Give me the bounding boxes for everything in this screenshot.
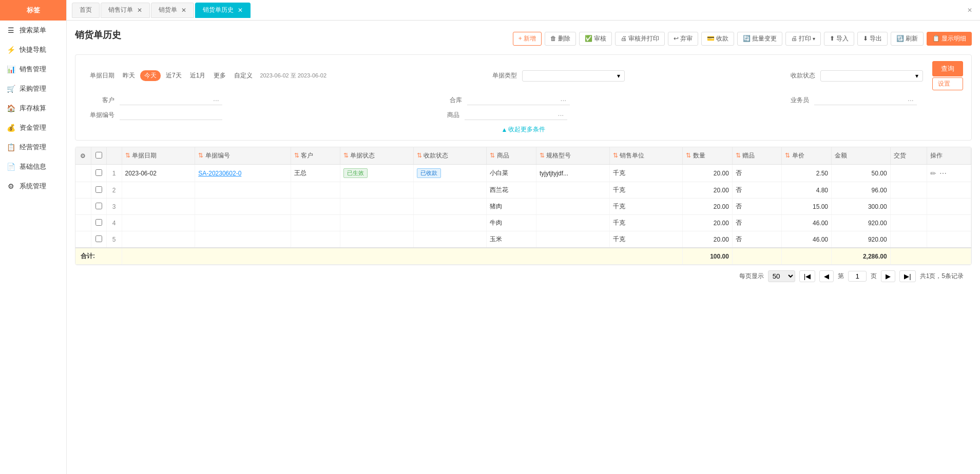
- row-doc-no[interactable]: [195, 231, 291, 248]
- business-dots[interactable]: ···: [908, 96, 914, 104]
- abandon-icon: ↩: [674, 35, 679, 42]
- tab-sales-history[interactable]: 销货单历史 ✕: [195, 3, 251, 18]
- col-pay-status[interactable]: ⇅ 收款状态: [413, 147, 487, 165]
- col-spec-type[interactable]: ⇅ 规格型号: [536, 147, 609, 165]
- col-settings[interactable]: ⚙: [75, 147, 91, 165]
- table-header-row: ⚙ ⇅ 单据日期 ⇅ 单据编号 ⇅ 客户 ⇅ 单据状态 ⇅ 收款状态 ⇅ 商品 …: [75, 147, 971, 165]
- select-all-checkbox[interactable]: [95, 152, 102, 159]
- tab-sales-goods-close[interactable]: ✕: [181, 7, 186, 14]
- page-body: 销货单历史 + 新增 🗑 删除 ✅ 审核 🖨 审核并打印: [67, 21, 980, 474]
- collect-button[interactable]: 💳 收款: [701, 32, 734, 46]
- row-quantity: 20.00: [683, 199, 733, 215]
- col-checkbox[interactable]: [91, 147, 106, 165]
- col-quantity[interactable]: ⇅ 数量: [683, 147, 733, 165]
- col-unit-price[interactable]: ⇅ 单价: [782, 147, 832, 165]
- row-settings: [75, 182, 91, 199]
- sidebar-item-basic-info[interactable]: 📄 基础信息: [0, 157, 66, 176]
- row-checkbox[interactable]: [91, 199, 106, 215]
- sidebar-item-finance-mgmt[interactable]: 💰 资金管理: [0, 118, 66, 137]
- col-doc-no[interactable]: ⇅ 单据编号: [195, 147, 291, 165]
- print-button[interactable]: 🖨 打印 ▾: [785, 32, 821, 46]
- row-checkbox[interactable]: [91, 231, 106, 248]
- row-select-checkbox[interactable]: [95, 203, 102, 209]
- basic-info-icon: 📄: [6, 162, 15, 171]
- show-detail-button[interactable]: 📋 显示明细: [927, 32, 972, 46]
- goods-input[interactable]: [465, 110, 557, 120]
- sales-icon: 📊: [6, 65, 15, 74]
- row-quantity: 20.00: [683, 182, 733, 199]
- date-tab-today[interactable]: 今天: [140, 70, 161, 81]
- edit-icon[interactable]: ✏: [930, 169, 936, 177]
- more-icon[interactable]: ⋯: [939, 169, 947, 177]
- abandon-button[interactable]: ↩ 弃审: [668, 32, 698, 46]
- window-close-btn[interactable]: ✕: [965, 5, 975, 15]
- sidebar-item-purchase-mgmt[interactable]: 🛒 采购管理: [0, 79, 66, 98]
- date-tab-1month[interactable]: 近1月: [187, 70, 209, 81]
- pay-status-select[interactable]: ▾: [820, 70, 923, 82]
- row-select-checkbox[interactable]: [95, 169, 102, 176]
- row-checkbox[interactable]: [91, 165, 106, 182]
- setting-button[interactable]: 设置: [932, 77, 963, 90]
- tab-sales-history-close[interactable]: ✕: [238, 7, 243, 14]
- col-doc-date[interactable]: ⇅ 单据日期: [122, 147, 195, 165]
- new-button[interactable]: + 新增: [513, 32, 542, 46]
- sidebar-item-search-menu[interactable]: ☰ 搜索菜单: [0, 21, 66, 40]
- date-tab-custom[interactable]: 自定义: [231, 70, 256, 81]
- prev-page-btn[interactable]: ◀: [819, 270, 834, 282]
- row-settings: [75, 231, 91, 248]
- row-doc-no[interactable]: SA-20230602-0: [195, 165, 291, 182]
- sidebar-item-quick-nav[interactable]: ⚡ 快捷导航: [0, 40, 66, 60]
- customer-input[interactable]: [120, 95, 212, 105]
- goods-dots[interactable]: ···: [558, 111, 564, 119]
- per-page-select[interactable]: 50 100 200: [768, 270, 795, 282]
- row-checkbox[interactable]: [91, 215, 106, 231]
- import-button[interactable]: ⬆ 导入: [824, 32, 854, 46]
- page-input[interactable]: [848, 271, 867, 282]
- warehouse-dots[interactable]: ···: [561, 96, 567, 104]
- batch-change-button[interactable]: 🔄 批量变更: [737, 32, 782, 46]
- query-button[interactable]: 查询: [932, 61, 963, 76]
- col-goods[interactable]: ⇅ 商品: [487, 147, 536, 165]
- warehouse-input[interactable]: [467, 95, 560, 105]
- business-input[interactable]: [814, 95, 907, 105]
- tab-sales-order-close[interactable]: ✕: [137, 7, 142, 14]
- customer-dots[interactable]: ···: [213, 96, 219, 104]
- delete-button[interactable]: 🗑 删除: [545, 32, 576, 46]
- tab-home[interactable]: 首页: [72, 3, 100, 18]
- tab-sales-order[interactable]: 销售订单 ✕: [101, 3, 150, 18]
- date-tab-7days[interactable]: 近7天: [163, 70, 185, 81]
- date-tab-more[interactable]: 更多: [210, 70, 229, 81]
- sidebar-item-label: 基础信息: [20, 162, 46, 171]
- col-index: [106, 147, 122, 165]
- row-doc-status: 已生效: [340, 165, 414, 182]
- doc-type-select[interactable]: ▾: [522, 70, 625, 82]
- next-page-btn[interactable]: ▶: [881, 270, 895, 282]
- row-select-checkbox[interactable]: [95, 186, 102, 193]
- row-checkbox[interactable]: [91, 182, 106, 199]
- export-icon: ⬇: [863, 35, 868, 42]
- print-review-button[interactable]: 🖨 审核并打印: [615, 32, 665, 46]
- row-doc-no[interactable]: [195, 215, 291, 231]
- row-select-checkbox[interactable]: [95, 235, 102, 242]
- sidebar-item-ops-mgmt[interactable]: 📋 经营管理: [0, 137, 66, 157]
- last-page-btn[interactable]: ▶|: [899, 270, 915, 282]
- tab-sales-goods[interactable]: 销货单 ✕: [151, 3, 194, 18]
- date-tab-yesterday[interactable]: 昨天: [120, 70, 138, 81]
- row-doc-no[interactable]: [195, 182, 291, 199]
- col-gift[interactable]: ⇅ 赠品: [732, 147, 782, 165]
- sidebar-item-stock-calc[interactable]: 🏠 库存核算: [0, 98, 66, 118]
- doc-no-input[interactable]: [120, 110, 222, 120]
- col-doc-status[interactable]: ⇅ 单据状态: [340, 147, 414, 165]
- collapse-button[interactable]: ▲ 收起更多条件: [502, 125, 546, 134]
- sidebar-item-label: 库存核算: [20, 104, 46, 113]
- sidebar-item-sys-mgmt[interactable]: ⚙ 系统管理: [0, 176, 66, 196]
- col-sales-unit[interactable]: ⇅ 销售单位: [609, 147, 683, 165]
- row-doc-no[interactable]: [195, 199, 291, 215]
- row-select-checkbox[interactable]: [95, 219, 102, 226]
- refresh-button[interactable]: 🔃 刷新: [891, 32, 924, 46]
- sidebar-item-sales-mgmt[interactable]: 📊 销售管理: [0, 60, 66, 79]
- export-button[interactable]: ⬇ 导出: [857, 32, 888, 46]
- review-button[interactable]: ✅ 审核: [579, 32, 612, 46]
- col-customer[interactable]: ⇅ 客户: [291, 147, 340, 165]
- first-page-btn[interactable]: |◀: [799, 270, 815, 282]
